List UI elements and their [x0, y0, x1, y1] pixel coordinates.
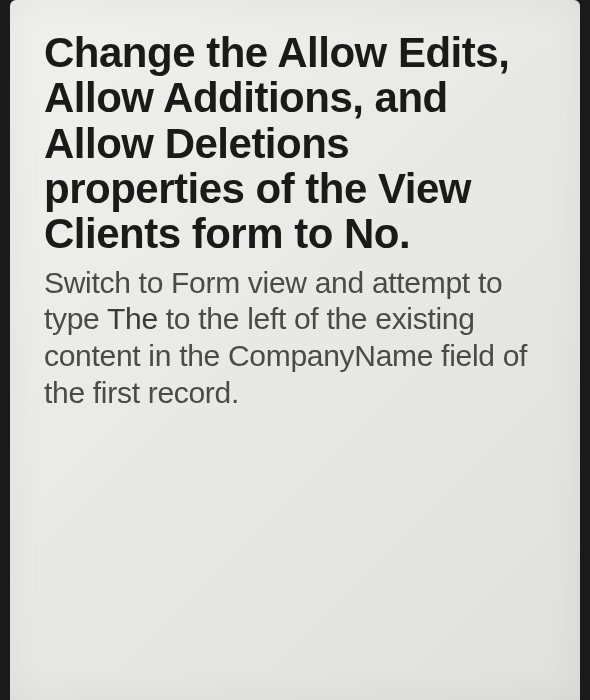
- body-keyword: The: [107, 302, 158, 335]
- instruction-body: Switch to Form view and attempt to type …: [44, 265, 552, 411]
- instruction-card: Change the Allow Edits, Allow Additions,…: [10, 0, 580, 700]
- instruction-heading: Change the Allow Edits, Allow Additions,…: [44, 30, 552, 257]
